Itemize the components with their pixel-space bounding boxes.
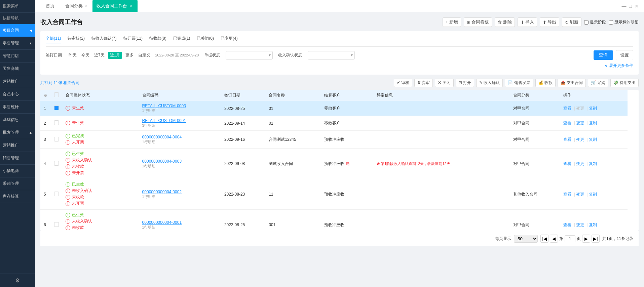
row-checkbox[interactable] [54,192,59,196]
cell-checkbox[interactable] [51,131,62,149]
sidebar-quick-nav[interactable]: 快捷导航 [0,13,35,24]
tab-contract-class[interactable]: 合同分类 ✕ [60,0,92,12]
contract-code-link[interactable]: 0000000000004-0002 [142,190,182,194]
tab-income-workbench-close[interactable]: ✕ [129,0,132,12]
sidebar-item-xiaochang[interactable]: 小畅电商 [0,165,35,177]
filter-tab-pending-income[interactable]: 待收入确认(7) [91,34,117,43]
filter-tab-all[interactable]: 全部(11) [46,34,61,43]
col-settings[interactable]: ⚙ [40,90,51,101]
show-stages-checkbox[interactable] [584,20,589,25]
action-复制[interactable]: 复制 [589,222,597,227]
contract-code-link[interactable]: 0000000000004-0003 [142,159,182,164]
action-变更[interactable]: 变更 [576,121,584,125]
query-button[interactable]: 查询 [594,50,613,60]
col-checkbox[interactable] [51,90,62,101]
sidebar-item-wholesale[interactable]: 批发管理 ▲ [0,126,35,139]
contract-code-link[interactable]: RETAIL_CUSTOM-0001 [142,118,186,123]
page-first-btn[interactable]: |◀ [540,235,548,243]
row-checkbox[interactable] [54,137,59,141]
expand-more-btn[interactable]: ∨ 展开更多条件 [605,63,633,69]
filter-tab-pending-invoice[interactable]: 待开票(11) [123,34,143,43]
date-today[interactable]: 今天 [80,52,91,59]
show-marks-toggle[interactable]: 显示标的明细 [609,19,639,25]
delete-button[interactable]: 🗑 删除 [495,17,515,27]
income-confirm-select[interactable] [308,51,355,59]
row-checkbox[interactable] [54,161,59,166]
date-last7[interactable]: 近7天 [93,52,106,59]
cell-checkbox[interactable] [51,179,62,210]
action-查看[interactable]: 查看 [563,137,571,142]
cell-code[interactable]: 0000000000004-00011行明细 [139,210,221,231]
sidebar-item-smart-store[interactable]: 智慧门店 [0,50,35,63]
cell-code[interactable]: 0000000000004-00041行明细 [139,131,221,149]
date-last1month[interactable]: 近1月 [108,52,122,59]
sidebar-item-project[interactable]: 项目合同 ◀ [0,24,35,37]
cost-out-btn[interactable]: 💸 费用支出 [610,79,639,87]
cell-checkbox[interactable] [51,101,62,116]
close-btn[interactable]: ✖ 关闭 [435,79,453,87]
page-prev-btn[interactable]: ◀ [550,235,558,243]
cell-code[interactable]: 0000000000004-00031行明细 [139,149,221,179]
row-checkbox[interactable] [54,222,59,227]
tab-bar-maximize-icon[interactable]: □ [629,3,632,9]
action-变更[interactable]: 变更 [576,106,584,111]
import-button[interactable]: ⬇ 导入 [518,17,537,27]
page-input[interactable] [565,235,575,242]
page-next-btn[interactable]: ▶ [582,235,590,243]
action-变更[interactable]: 变更 [576,222,584,227]
collection-btn[interactable]: 💰 收款 [535,79,556,87]
cell-checkbox[interactable] [51,149,62,179]
open-btn[interactable]: ⊡ 打开 [456,79,474,87]
tab-bar-close-icon[interactable]: ✕ [635,3,639,9]
sidebar-item-sales-mgmt[interactable]: 销售管理 [0,152,35,165]
action-查看[interactable]: 查看 [563,106,571,111]
filter-tab-pending-collection[interactable]: 待收款(8) [149,34,166,43]
sidebar-item-retail[interactable]: 零售管理 ▲ [0,37,35,50]
cell-code[interactable]: 0000000000004-00021行明细 [139,179,221,210]
date-more[interactable]: 更多 [124,52,135,59]
action-查看[interactable]: 查看 [563,222,571,227]
per-page-select[interactable]: 50 100 200 [514,235,538,243]
date-yesterday[interactable]: 昨天 [67,52,78,59]
abandon-btn[interactable]: ✘ 弃审 [414,79,433,87]
sidebar-item-marketing2[interactable]: 营销推广 [0,139,35,152]
action-复制[interactable]: 复制 [589,137,597,142]
purchase-btn[interactable]: 🛒 采购 [588,79,608,87]
tab-income-workbench[interactable]: 收入合同工作台 ✕ [92,0,138,12]
action-复制[interactable]: 复制 [589,106,597,111]
tab-bar-minimize-icon[interactable]: — [622,3,627,9]
sidebar-item-inventory[interactable]: 库存核算 [0,190,35,203]
action-复制[interactable]: 复制 [589,192,597,197]
row-checkbox[interactable] [54,106,59,110]
row-checkbox[interactable] [54,120,59,125]
refresh-button[interactable]: ↻ 刷新 [562,17,581,27]
gear-icon[interactable]: ⚙ [3,277,32,284]
cell-code[interactable]: RETAIL_CUSTOM-00013行明细 [139,116,221,131]
action-复制[interactable]: 复制 [589,161,597,166]
filter-tab-completed[interactable]: 已完成(1) [173,34,190,43]
sidebar-item-marketing[interactable]: 营销推广 [0,75,35,88]
contract-code-link[interactable]: 0000000000004-0001 [142,220,182,225]
action-复制[interactable]: 复制 [589,121,597,125]
cell-checkbox[interactable] [51,210,62,231]
show-marks-checkbox[interactable] [609,20,613,25]
sidebar-item-purchase[interactable]: 采购管理 [0,177,35,190]
contract-code-link[interactable]: 0000000000004-0004 [142,135,182,139]
show-stages-toggle[interactable]: 显示阶段 [584,19,606,25]
action-变更[interactable]: 变更 [576,161,584,166]
doc-status-select[interactable] [226,51,273,59]
sidebar-search[interactable]: 搜索菜单 [0,0,35,13]
date-custom[interactable]: 自定义 [137,52,152,59]
cell-checkbox[interactable] [51,116,62,131]
page-last-btn[interactable]: ▶| [592,235,600,243]
review-btn[interactable]: ✔ 审核 [394,79,412,87]
action-查看[interactable]: 查看 [563,161,571,166]
filter-tab-changed[interactable]: 已变更(4) [221,34,238,43]
sidebar-item-retail-mall[interactable]: 零售商城 [0,63,35,75]
sidebar-item-member[interactable]: 会员中心 [0,88,35,101]
export-button[interactable]: ⬆ 导出 [540,17,559,27]
filter-tab-pending-review[interactable]: 待审核(2) [68,34,85,43]
expense-out-btn[interactable]: 📤 支出合同 [558,79,586,87]
income-confirm-btn[interactable]: ✎ 收入确认 [476,79,503,87]
tab-home[interactable]: 首页 [40,0,60,12]
